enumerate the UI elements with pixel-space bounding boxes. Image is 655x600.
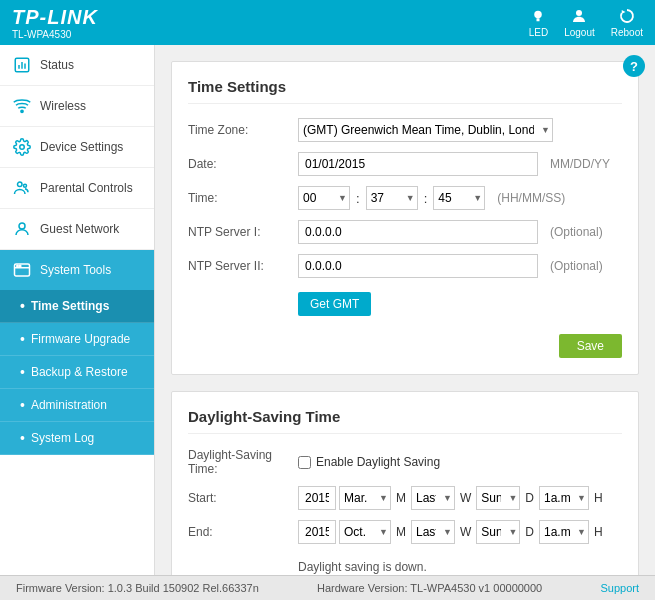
dst-end-h-label: H (594, 525, 603, 539)
sidebar-item-system-log[interactable]: System Log (0, 422, 154, 455)
system-tools-icon (12, 260, 32, 280)
dst-start-w-label: W (460, 491, 471, 505)
time-label: Time: (188, 191, 298, 205)
dst-end-time-wrap: 1a.m. ▼ (539, 520, 589, 544)
dst-start-time-wrap: 1a.m. ▼ (539, 486, 589, 510)
ntp1-input[interactable] (298, 220, 538, 244)
content-area: ? Time Settings Time Zone: (GMT) Greenwi… (155, 45, 655, 575)
parental-icon (12, 178, 32, 198)
svg-point-8 (21, 110, 23, 112)
dst-start-label: Start: (188, 491, 298, 505)
dst-end-time-select[interactable]: 1a.m. (539, 520, 589, 544)
date-row: Date: MM/DD/YY (188, 152, 622, 176)
time-sec-wrap: 45 ▼ (433, 186, 485, 210)
footer: Firmware Version: 1.0.3 Build 150902 Rel… (0, 575, 655, 600)
dst-end-week-select[interactable]: Last (411, 520, 455, 544)
firmware-upgrade-label: Firmware Upgrade (31, 332, 130, 346)
sidebar-item-parental-controls[interactable]: Parental Controls (0, 168, 154, 209)
support-link[interactable]: Support (600, 582, 639, 594)
dst-end-month-select[interactable]: Oct. (339, 520, 391, 544)
status-icon (12, 55, 32, 75)
reboot-button[interactable]: Reboot (611, 7, 643, 38)
dst-end-w-label: W (460, 525, 471, 539)
dst-status-row: Daylight saving is down. (188, 554, 622, 575)
logout-button[interactable]: Logout (564, 7, 595, 38)
time-settings-save-button[interactable]: Save (559, 334, 622, 358)
dst-start-h-label: H (594, 491, 603, 505)
dst-start-day-wrap: Sun. ▼ (476, 486, 520, 510)
time-sec-select[interactable]: 45 (433, 186, 485, 210)
sidebar-item-administration[interactable]: Administration (0, 389, 154, 422)
svg-point-2 (576, 10, 582, 16)
time-settings-title: Time Settings (188, 78, 622, 104)
sidebar-label-wireless: Wireless (40, 99, 86, 113)
dst-label: Daylight-Saving Time: (188, 448, 298, 476)
ntp2-input[interactable] (298, 254, 538, 278)
backup-restore-label: Backup & Restore (31, 365, 128, 379)
dst-checkbox[interactable] (298, 456, 311, 469)
footer-hardware: Hardware Version: TL-WPA4530 v1 00000000 (317, 582, 542, 594)
guest-icon (12, 219, 32, 239)
date-label: Date: (188, 157, 298, 171)
dst-start-time-select[interactable]: 1a.m. (539, 486, 589, 510)
dst-start-year-input[interactable] (298, 486, 336, 510)
time-min-select[interactable]: 37 (366, 186, 418, 210)
sidebar-item-status[interactable]: Status (0, 45, 154, 86)
dst-start-day-select[interactable]: Sun. (476, 486, 520, 510)
sidebar-item-backup-restore[interactable]: Backup & Restore (0, 356, 154, 389)
timezone-value: (GMT) Greenwich Mean Time, Dublin, Londo… (298, 118, 553, 142)
sidebar-item-time-settings[interactable]: Time Settings (0, 290, 154, 323)
sidebar-item-wireless[interactable]: Wireless (0, 86, 154, 127)
svg-marker-3 (622, 10, 626, 14)
save-row-1: Save (188, 326, 622, 358)
dst-start-d-label: D (525, 491, 534, 505)
ntp1-hint: (Optional) (550, 225, 603, 239)
header-icons: LED Logout Reboot (529, 7, 643, 38)
ntp1-row: NTP Server I: (Optional) (188, 220, 622, 244)
ntp2-row: NTP Server II: (Optional) (188, 254, 622, 278)
led-button[interactable]: LED (529, 7, 548, 38)
system-log-label: System Log (31, 431, 94, 445)
dst-start-week-select[interactable]: Last (411, 486, 455, 510)
get-gmt-button[interactable]: Get GMT (298, 292, 371, 316)
help-button[interactable]: ? (623, 55, 645, 77)
dst-end-week-wrap: Last ▼ (411, 520, 455, 544)
svg-point-11 (24, 184, 27, 187)
led-icon (529, 7, 547, 25)
svg-point-0 (535, 11, 543, 19)
dst-end-d-label: D (525, 525, 534, 539)
time-colon-1: : (356, 191, 360, 206)
svg-point-15 (17, 265, 19, 267)
dst-status-message: Daylight saving is down. (298, 560, 427, 574)
ntp1-value: (Optional) (298, 220, 603, 244)
main-layout: Status Wireless Device Settings Parental… (0, 45, 655, 575)
dst-checkbox-label[interactable]: Enable Daylight Saving (298, 455, 440, 469)
daylight-saving-card: Daylight-Saving Time Daylight-Saving Tim… (171, 391, 639, 575)
time-settings-label: Time Settings (31, 299, 109, 313)
dst-row: Daylight-Saving Time: Enable Daylight Sa… (188, 448, 622, 476)
sidebar-item-guest-network[interactable]: Guest Network (0, 209, 154, 250)
dst-start-month-select[interactable]: Mar. (339, 486, 391, 510)
sidebar-label-guest: Guest Network (40, 222, 119, 236)
ntp2-label: NTP Server II: (188, 259, 298, 273)
dst-checkbox-wrap: Enable Daylight Saving (298, 455, 440, 469)
time-row: Time: 00 ▼ : 37 ▼ : (188, 186, 622, 210)
dst-end-month-wrap: Oct. ▼ (339, 520, 391, 544)
sidebar-item-device-settings[interactable]: Device Settings (0, 127, 154, 168)
date-hint: MM/DD/YY (550, 157, 610, 171)
date-input[interactable] (298, 152, 538, 176)
sidebar-item-firmware-upgrade[interactable]: Firmware Upgrade (0, 323, 154, 356)
reboot-icon (618, 7, 636, 25)
sidebar-submenu: Time Settings Firmware Upgrade Backup & … (0, 290, 154, 455)
dst-end-year-input[interactable] (298, 520, 336, 544)
svg-point-16 (19, 265, 21, 267)
timezone-label: Time Zone: (188, 123, 298, 137)
timezone-select[interactable]: (GMT) Greenwich Mean Time, Dublin, Londo… (298, 118, 553, 142)
dst-end-day-select[interactable]: Sun. (476, 520, 520, 544)
dst-checkbox-text: Enable Daylight Saving (316, 455, 440, 469)
sidebar-item-system-tools[interactable]: System Tools (0, 250, 154, 290)
dst-end-values: Oct. ▼ M Last ▼ W Sun. (298, 520, 605, 544)
time-hour-select[interactable]: 00 (298, 186, 350, 210)
ntp2-hint: (Optional) (550, 259, 603, 273)
sidebar-label-status: Status (40, 58, 74, 72)
